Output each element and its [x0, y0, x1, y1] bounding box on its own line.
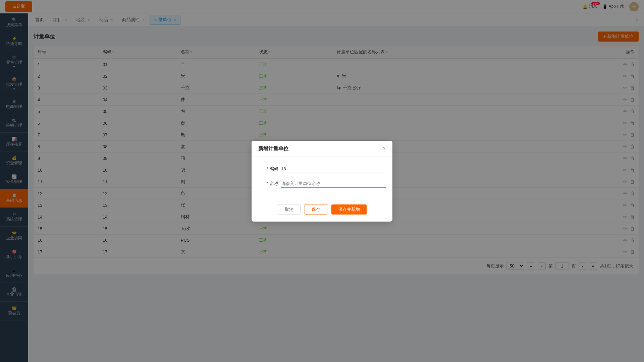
- name-input[interactable]: [281, 180, 386, 188]
- save-and-new-button[interactable]: 保存并新增: [331, 204, 367, 215]
- code-input[interactable]: [281, 165, 386, 173]
- name-label: * 名称: [258, 181, 278, 187]
- add-unit-modal: 新增计量单位 × * 编码 * 名称 取消 保存 保存并新增: [252, 141, 392, 222]
- modal-footer: 取消 保存 保存并新增: [252, 200, 392, 222]
- modal-overlay: 新增计量单位 × * 编码 * 名称 取消 保存 保存并新增: [0, 0, 644, 362]
- code-form-row: * 编码: [258, 165, 386, 173]
- save-button[interactable]: 保存: [305, 204, 327, 215]
- modal-header: 新增计量单位 ×: [252, 141, 392, 157]
- modal-title: 新增计量单位: [258, 145, 288, 152]
- code-label: * 编码: [258, 166, 278, 172]
- cancel-button[interactable]: 取消: [278, 204, 301, 215]
- modal-close-button[interactable]: ×: [383, 145, 386, 152]
- modal-body: * 编码 * 名称: [252, 157, 392, 200]
- name-form-row: * 名称: [258, 180, 386, 188]
